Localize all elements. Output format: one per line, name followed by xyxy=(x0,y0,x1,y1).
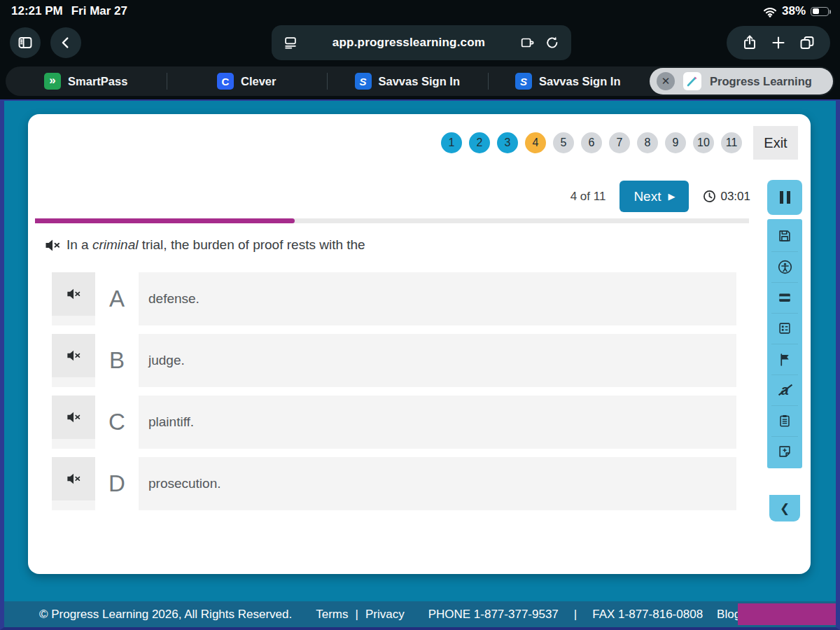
question-number-circle[interactable]: 4 xyxy=(525,132,546,153)
flag-button[interactable] xyxy=(767,344,802,374)
save-button[interactable] xyxy=(767,220,802,251)
tab-progress-learning-active[interactable]: ✕ Progress Learning xyxy=(650,68,833,94)
strikethrough-icon: a xyxy=(780,383,788,397)
answer-option-row[interactable]: C plaintiff. xyxy=(52,396,736,449)
browser-tab[interactable]: C Clever xyxy=(167,66,328,96)
option-letter: B xyxy=(95,334,139,387)
sidebar-toggle-button[interactable] xyxy=(10,27,41,58)
tabs-overview-button[interactable] xyxy=(799,34,816,51)
pause-icon xyxy=(780,191,783,204)
chevron-left-icon: ❮ xyxy=(780,501,790,516)
add-note-icon xyxy=(777,444,792,459)
accessibility-toolbar: a xyxy=(767,219,802,468)
status-clock: 12:21 PM Fri Mar 27 xyxy=(11,4,127,18)
reader-icon[interactable] xyxy=(283,35,298,50)
question-text-row: In a criminal trial, the burden of proof… xyxy=(45,237,365,253)
mute-speaker-icon xyxy=(66,411,81,424)
tab-favicon-icon: S xyxy=(355,73,372,90)
back-button[interactable] xyxy=(50,27,81,58)
favorites-tab-bar: » SmartPass C Clever S Savvas Sign In xyxy=(6,66,834,96)
share-button[interactable] xyxy=(741,34,758,51)
option-letter: A xyxy=(95,272,139,326)
web-content: 1 2 3 4 5 6 7 xyxy=(0,99,840,630)
next-button[interactable]: Next ▶ xyxy=(620,181,689,212)
tab-label: Clever xyxy=(241,75,276,88)
close-tab-icon[interactable]: ✕ xyxy=(657,72,675,90)
option-mute-cell[interactable] xyxy=(52,272,95,316)
status-bar: 12:21 PM Fri Mar 27 38% xyxy=(0,0,840,21)
question-number-circle[interactable]: 5 xyxy=(553,132,574,153)
question-number-circle[interactable]: 9 xyxy=(665,132,686,153)
browser-toolbar: app.progresslearning.com xyxy=(0,21,840,64)
option-letter: D xyxy=(95,457,139,510)
collapse-toolbar-button[interactable]: ❮ xyxy=(769,495,800,522)
position-label: 4 of 11 xyxy=(570,190,606,204)
option-text: plaintiff. xyxy=(139,396,194,449)
browser-chrome: 12:21 PM Fri Mar 27 38% xyxy=(0,0,840,99)
option-text: judge. xyxy=(139,334,185,387)
option-mute-cell[interactable] xyxy=(52,457,95,500)
notepad-icon xyxy=(777,413,792,428)
browser-tab[interactable]: » SmartPass xyxy=(6,66,167,96)
reload-icon[interactable] xyxy=(545,35,560,50)
answer-eliminator-button[interactable]: a xyxy=(767,374,802,405)
notepad-button[interactable] xyxy=(767,405,802,436)
question-card: 1 2 3 4 5 6 7 xyxy=(28,114,811,574)
question-text: In a criminal trial, the burden of proof… xyxy=(66,237,365,253)
progress-bar xyxy=(35,218,749,223)
accessibility-button[interactable] xyxy=(767,251,802,282)
new-tab-button[interactable] xyxy=(770,34,787,51)
option-text: defense. xyxy=(139,272,200,326)
mute-speaker-icon[interactable] xyxy=(45,239,61,252)
browser-tab[interactable]: S Savvas Sign In xyxy=(488,66,649,96)
add-note-button[interactable] xyxy=(767,436,802,467)
question-number-circle[interactable]: 7 xyxy=(609,132,630,153)
option-mute-cell[interactable] xyxy=(52,334,95,377)
answer-option-row[interactable]: A defense. xyxy=(52,272,736,326)
progress-learning-icon xyxy=(683,72,701,90)
reference-sheet-icon xyxy=(777,321,792,336)
progress-bar-fill xyxy=(35,218,295,223)
pause-button[interactable] xyxy=(767,180,802,215)
terms-link[interactable]: Terms xyxy=(316,608,348,622)
question-number-circle[interactable]: 3 xyxy=(497,132,518,153)
reference-sheet-button[interactable] xyxy=(767,313,802,344)
phone-text: PHONE 1-877-377-9537 xyxy=(428,608,559,622)
question-number-circle[interactable]: 6 xyxy=(581,132,602,153)
status-date: Fri Mar 27 xyxy=(71,4,127,18)
question-number-circle[interactable]: 1 xyxy=(441,132,462,153)
question-nav: 1 2 3 4 5 6 7 xyxy=(441,126,798,160)
extension-icon[interactable] xyxy=(519,35,535,50)
back-icon xyxy=(58,35,74,50)
browser-actions xyxy=(727,26,830,59)
answer-option-row[interactable]: D prosecution. xyxy=(52,457,736,510)
answer-options: A defense. B judge. xyxy=(52,272,736,519)
tab-label: Progress Learning xyxy=(710,75,812,88)
question-number-circle[interactable]: 10 xyxy=(693,132,714,153)
tab-label: SmartPass xyxy=(68,75,127,88)
question-number-circle[interactable]: 8 xyxy=(637,132,658,153)
save-icon xyxy=(777,228,792,244)
answer-option-row[interactable]: B judge. xyxy=(52,334,736,387)
screen: 12:21 PM Fri Mar 27 38% xyxy=(0,0,840,630)
mute-speaker-icon xyxy=(66,472,81,485)
status-time: 12:21 PM xyxy=(11,4,63,18)
fax-text: FAX 1-877-816-0808 xyxy=(592,608,703,622)
status-indicators: 38% xyxy=(763,4,829,18)
address-bar[interactable]: app.progresslearning.com xyxy=(272,25,571,60)
tab-label: Savvas Sign In xyxy=(379,75,460,88)
option-text: prosecution. xyxy=(139,457,221,510)
question-number-circle[interactable]: 2 xyxy=(469,132,490,153)
exit-button[interactable]: Exit xyxy=(753,126,798,160)
privacy-link[interactable]: Privacy xyxy=(365,608,405,622)
question-number-circle[interactable]: 11 xyxy=(721,132,742,153)
line-reader-icon xyxy=(777,290,792,305)
wifi-icon xyxy=(763,6,777,18)
option-mute-cell[interactable] xyxy=(52,396,95,439)
tab-favicon-icon: » xyxy=(44,73,61,90)
option-letter: C xyxy=(95,396,139,449)
line-reader-button[interactable] xyxy=(767,282,802,313)
clock-icon xyxy=(703,190,716,203)
browser-tab[interactable]: S Savvas Sign In xyxy=(327,66,488,96)
copyright-text: © Progress Learning 2026, All Rights Res… xyxy=(39,608,292,622)
